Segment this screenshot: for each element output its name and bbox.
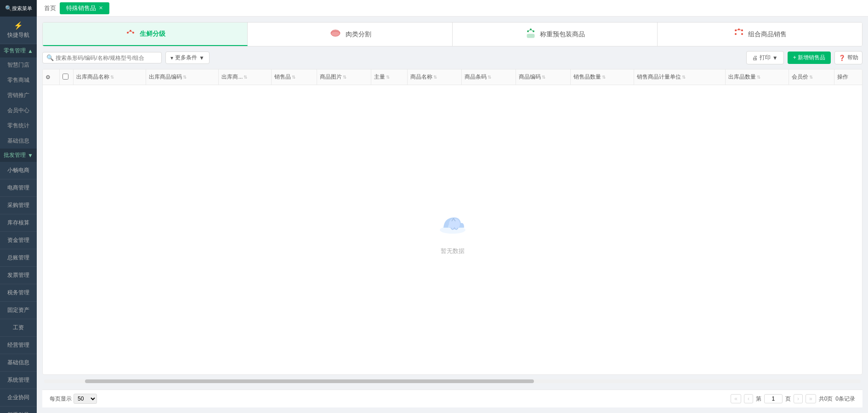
next-page-button[interactable]: ›	[794, 394, 803, 403]
total-records-label: 0条记录	[835, 395, 855, 403]
sidebar-item-salary[interactable]: 工资	[0, 319, 37, 337]
tab-combo-sale[interactable]: 组合商品销售	[658, 23, 862, 46]
current-tab[interactable]: 特殊销售品 ✕	[60, 2, 109, 14]
th-sale-unit[interactable]: 销售商品计量单位⇅	[634, 69, 725, 85]
print-icon: 🖨	[752, 55, 758, 61]
sidebar-item-enterprise[interactable]: 企业协同	[0, 389, 37, 407]
sidebar-item-inventory[interactable]: 库存核算	[0, 214, 37, 232]
sidebar-item-mini-mall[interactable]: 小畅电商	[0, 162, 37, 179]
sidebar-section-retail[interactable]: 零售管理 ▲	[0, 44, 37, 57]
last-page-button[interactable]: »	[806, 394, 816, 403]
th-image[interactable]: 商品图片⇅	[317, 69, 371, 85]
svg-line-9	[528, 29, 531, 31]
tab-weigh-pack[interactable]: 称重预包装商品	[453, 23, 658, 46]
sidebar-item-invoice[interactable]: 发票管理	[0, 267, 37, 284]
filter-icon: ▾	[170, 55, 173, 61]
empty-text: 暂无数据	[441, 247, 465, 255]
horizontal-scrollbar[interactable]	[44, 379, 861, 383]
sidebar-item-tax[interactable]: 税务管理	[0, 284, 37, 302]
toolbar: 🔍 ▾ 更多条件 ▼ 🖨 打印 ▼ + 新增销售品	[42, 51, 862, 64]
filter-button[interactable]: ▾ 更多条件 ▼	[165, 52, 210, 64]
empty-state: 暂无数据	[43, 85, 862, 374]
tab-fresh-grade[interactable]: 生鲜分级	[43, 23, 248, 46]
sidebar-item-ecommerce[interactable]: 电商管理	[0, 179, 37, 197]
tab-weigh-pack-label: 称重预包装商品	[540, 30, 585, 39]
sidebar-item-sys-mgmt[interactable]: 系统管理	[0, 372, 37, 389]
th-out-qty[interactable]: 出库品数量⇅	[725, 69, 789, 85]
toolbar-left: 🔍 ▾ 更多条件 ▼	[42, 52, 210, 64]
th-goods-code[interactable]: 商品编码⇅	[516, 69, 570, 85]
th-out-spec[interactable]: 出库商...⇅	[219, 69, 272, 85]
sidebar-item-member-center[interactable]: 会员中心	[0, 103, 37, 118]
table-container: ⚙ 出库商品名称⇅ 出库商品编码⇅ 出库商...⇅ 销售品⇅ 商品图片⇅ 主量⇅…	[42, 69, 862, 375]
add-product-button[interactable]: + 新增销售品	[788, 52, 831, 64]
category-tabs: 生鲜分级 肉类分割	[42, 22, 862, 46]
sidebar-item-retail-stats[interactable]: 零售统计	[0, 118, 37, 133]
sidebar-item-sales-promo[interactable]: 营销推广	[0, 88, 37, 103]
th-settings[interactable]: ⚙	[43, 69, 59, 85]
sidebar-item-basic-info2[interactable]: 基础信息	[0, 354, 37, 372]
search-icon: 🔍	[5, 5, 12, 11]
th-weight[interactable]: 主量⇅	[371, 69, 407, 85]
th-sale-item[interactable]: 销售品⇅	[272, 69, 317, 85]
page-content: 生鲜分级 肉类分割	[37, 17, 868, 413]
th-sale-qty[interactable]: 销售品数量⇅	[570, 69, 634, 85]
page-size-selector: 每页显示 10 20 50 100	[50, 394, 97, 404]
th-member-price[interactable]: 会员价⇅	[789, 69, 834, 85]
th-out-name[interactable]: 出库商品名称⇅	[73, 69, 146, 85]
sidebar-item-operations[interactable]: 经营管理	[0, 337, 37, 354]
close-tab-icon[interactable]: ✕	[99, 5, 103, 11]
sidebar-item-general-ledger[interactable]: 总账管理	[0, 249, 37, 267]
th-out-code[interactable]: 出库商品编码⇅	[146, 69, 218, 85]
svg-line-4	[130, 31, 133, 33]
sidebar-item-finance[interactable]: 资金管理	[0, 232, 37, 249]
toolbar-right: 🖨 打印 ▼ + 新增销售品 ❓ 帮助	[746, 51, 862, 64]
sidebar-item-newbie[interactable]: 新手引导	[0, 407, 37, 413]
th-action: 操作	[834, 69, 862, 85]
page-number-input[interactable]	[764, 394, 783, 403]
pagination-bar: 每页显示 10 20 50 100 « ‹ 第 页 › » 共0页 0条记录	[42, 390, 862, 407]
sidebar-search[interactable]: 🔍 搜索菜单	[0, 0, 37, 17]
svg-point-16	[741, 33, 743, 35]
search-box[interactable]: 🔍	[42, 52, 162, 63]
weigh-pack-icon	[525, 28, 536, 41]
sidebar-item-basic-info[interactable]: 基础信息	[0, 133, 37, 149]
help-button[interactable]: ❓ 帮助	[834, 51, 862, 64]
home-breadcrumb[interactable]: 首页	[44, 4, 56, 12]
select-all-checkbox[interactable]	[62, 74, 68, 80]
first-page-button[interactable]: «	[731, 394, 741, 403]
tab-combo-sale-label: 组合商品销售	[748, 30, 787, 39]
scrollbar-thumb[interactable]	[85, 379, 534, 383]
data-table: ⚙ 出库商品名称⇅ 出库商品编码⇅ 出库商...⇅ 销售品⇅ 商品图片⇅ 主量⇅…	[43, 69, 862, 85]
th-checkbox[interactable]	[59, 69, 73, 85]
sidebar: 🔍 搜索菜单 ⚡ 快捷导航 零售管理 ▲ 智慧门店 零售商城 营销推广 会员中心…	[0, 0, 37, 413]
quick-nav-icon: ⚡	[14, 21, 23, 30]
th-goods-name[interactable]: 商品名称⇅	[407, 69, 461, 85]
th-barcode[interactable]: 商品条码⇅	[462, 69, 516, 85]
prev-page-button[interactable]: ‹	[744, 394, 753, 403]
print-button[interactable]: 🖨 打印 ▼	[746, 51, 784, 64]
page-size-select[interactable]: 10 20 50 100	[74, 394, 97, 404]
topbar: 首页 特殊销售品 ✕	[37, 0, 868, 17]
page-label: 第	[756, 395, 761, 403]
sidebar-item-purchase[interactable]: 采购管理	[0, 197, 37, 214]
search-input[interactable]	[56, 55, 158, 61]
tab-meat-cut[interactable]: 肉类分割	[248, 23, 453, 46]
svg-line-3	[128, 31, 130, 33]
chevron-icon: ▲	[28, 48, 33, 54]
meat-cut-icon	[329, 28, 342, 41]
empty-icon	[434, 205, 471, 241]
fresh-grade-icon	[125, 27, 136, 40]
svg-point-15	[735, 33, 737, 35]
sidebar-item-smart-store[interactable]: 智慧门店	[0, 57, 37, 73]
main-content: 首页 特殊销售品 ✕ 生鲜分级	[37, 0, 868, 413]
sidebar-item-fixed-assets[interactable]: 固定资产	[0, 302, 37, 319]
sidebar-section-wholesale[interactable]: 批发管理 ▼	[0, 149, 37, 162]
sidebar-item-retail-mall[interactable]: 零售商城	[0, 73, 37, 88]
tab-meat-cut-label: 肉类分割	[346, 30, 371, 39]
sidebar-item-quick-nav[interactable]: ⚡ 快捷导航	[0, 17, 37, 44]
total-pages-label: 共0页	[819, 395, 833, 403]
help-icon: ❓	[839, 55, 845, 61]
wholesale-label: 批发管理	[4, 151, 26, 159]
retail-mgmt-label: 零售管理	[4, 47, 26, 55]
